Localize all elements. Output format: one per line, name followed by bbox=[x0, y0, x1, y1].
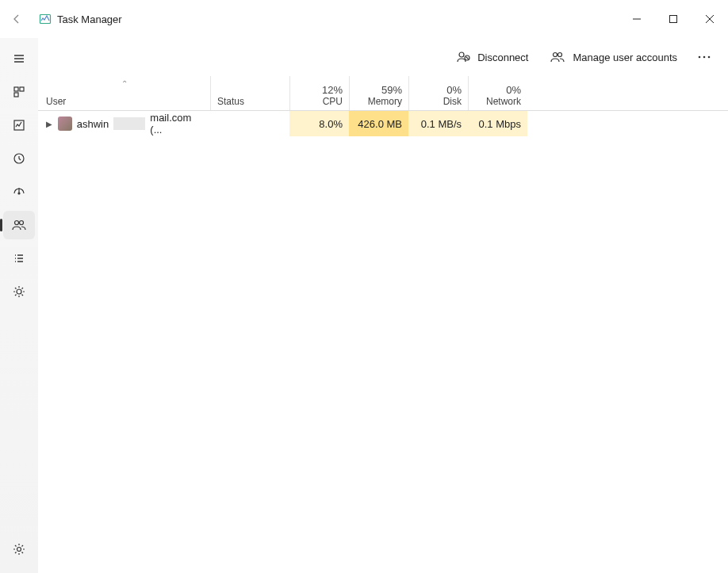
nav-users[interactable] bbox=[3, 211, 35, 239]
svg-point-8 bbox=[15, 221, 19, 225]
arrow-left-icon bbox=[11, 13, 24, 25]
avatar bbox=[58, 117, 71, 131]
svg-point-18 bbox=[708, 56, 711, 59]
close-button[interactable] bbox=[692, 6, 728, 32]
disconnect-button[interactable]: Disconnect bbox=[447, 46, 538, 68]
nav-services[interactable] bbox=[3, 277, 35, 306]
user-name-redacted bbox=[113, 117, 145, 130]
nav-details[interactable] bbox=[3, 244, 35, 273]
user-name-suffix: mail.com (... bbox=[150, 112, 204, 136]
user-name-prefix: ashwin bbox=[77, 118, 109, 130]
user-row[interactable]: ▶ ashwin mail.com (... 8.0% 426.0 MB 0.1… bbox=[38, 111, 728, 136]
svg-rect-4 bbox=[14, 93, 18, 97]
svg-point-14 bbox=[554, 53, 557, 57]
gear-icon bbox=[13, 543, 25, 556]
nav-performance[interactable] bbox=[3, 111, 35, 139]
minimize-icon bbox=[633, 15, 641, 23]
svg-point-10 bbox=[17, 289, 21, 294]
column-header-network[interactable]: 0% Network bbox=[468, 76, 527, 110]
cell-disk: 0.1 MB/s bbox=[408, 111, 468, 136]
svg-rect-3 bbox=[20, 87, 24, 91]
users-icon bbox=[12, 219, 26, 231]
expand-chevron-icon[interactable]: ▶ bbox=[44, 120, 53, 128]
minimize-button[interactable] bbox=[619, 6, 655, 32]
maximize-button[interactable] bbox=[655, 6, 692, 32]
maximize-icon bbox=[669, 15, 677, 23]
svg-point-12 bbox=[459, 52, 464, 57]
sort-indicator-icon: ⌃ bbox=[121, 79, 128, 88]
more-button[interactable] bbox=[690, 44, 718, 70]
main-panel: Disconnect Manage user accounts ⌃ User S… bbox=[38, 38, 728, 573]
disconnect-icon bbox=[457, 51, 471, 63]
hamburger-icon bbox=[13, 52, 25, 65]
toolbar: Disconnect Manage user accounts bbox=[38, 38, 728, 76]
sidebar bbox=[0, 38, 38, 573]
nav-app-history[interactable] bbox=[3, 144, 35, 173]
column-header-cpu[interactable]: 12% CPU bbox=[289, 76, 349, 110]
svg-point-9 bbox=[20, 221, 24, 225]
svg-rect-2 bbox=[14, 87, 18, 91]
column-header-disk[interactable]: 0% Disk bbox=[408, 76, 468, 110]
window-title: Task Manager bbox=[57, 13, 122, 25]
cell-user: ▶ ashwin mail.com (... bbox=[38, 111, 210, 136]
more-icon bbox=[698, 55, 711, 59]
disconnect-label: Disconnect bbox=[477, 52, 528, 63]
window-controls bbox=[619, 6, 728, 32]
svg-point-16 bbox=[699, 56, 701, 59]
manage-accounts-icon bbox=[550, 51, 566, 63]
manage-accounts-button[interactable]: Manage user accounts bbox=[541, 46, 687, 68]
details-icon bbox=[13, 252, 25, 265]
grid-header: ⌃ User Status 12% CPU 59% Memory 0% Disk… bbox=[38, 76, 728, 111]
manage-accounts-label: Manage user accounts bbox=[573, 52, 677, 63]
nav-startup[interactable] bbox=[3, 178, 35, 206]
settings-button[interactable] bbox=[3, 535, 35, 563]
svg-point-15 bbox=[558, 53, 562, 57]
svg-point-17 bbox=[703, 56, 706, 59]
cell-status bbox=[210, 111, 289, 136]
cell-cpu: 8.0% bbox=[289, 111, 349, 136]
title-bar: Task Manager bbox=[0, 0, 728, 38]
hamburger-button[interactable] bbox=[3, 44, 35, 73]
startup-icon bbox=[13, 185, 25, 198]
nav-processes[interactable] bbox=[3, 78, 35, 106]
svg-point-7 bbox=[18, 193, 20, 194]
svg-rect-1 bbox=[670, 16, 677, 23]
svg-point-11 bbox=[17, 548, 21, 552]
column-header-memory[interactable]: 59% Memory bbox=[349, 76, 408, 110]
history-icon bbox=[13, 152, 25, 165]
processes-icon bbox=[13, 86, 25, 98]
services-icon bbox=[13, 285, 25, 298]
column-header-user[interactable]: ⌃ User bbox=[38, 76, 210, 110]
back-button[interactable] bbox=[5, 6, 30, 32]
cell-memory: 426.0 MB bbox=[349, 111, 408, 136]
column-header-status[interactable]: Status bbox=[210, 76, 289, 110]
cell-network: 0.1 Mbps bbox=[468, 111, 527, 136]
app-icon bbox=[38, 12, 52, 26]
performance-icon bbox=[13, 119, 25, 132]
close-icon bbox=[706, 15, 714, 23]
